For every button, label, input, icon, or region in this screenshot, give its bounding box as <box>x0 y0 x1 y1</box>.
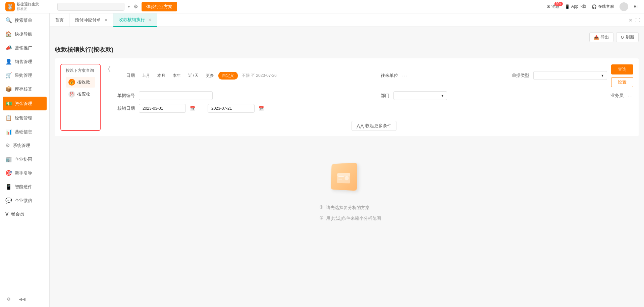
sidebar-item-system[interactable]: ⚙ 系统管理 <box>0 139 49 152</box>
settings-button[interactable]: 设置 <box>611 77 633 87</box>
query-button[interactable]: 查询 <box>611 64 633 74</box>
online-service-link[interactable]: 🎧 在线客服 <box>592 4 614 9</box>
sidebar-item-member[interactable]: V 畅会员 <box>0 207 49 221</box>
verify-date-end-input[interactable] <box>208 104 255 113</box>
verify-start-calendar-icon[interactable]: 📅 <box>190 106 195 111</box>
filter-row-3: 核销日期 📅 — 📅 <box>115 104 633 113</box>
app-download-link[interactable]: 📱 App下载 <box>565 4 586 9</box>
custom-date-btn[interactable]: 自定义 <box>218 72 238 80</box>
header-right: ✉ 消息 99+ 📱 App下载 🎧 在线客服 Rit <box>547 2 639 11</box>
header-gear-icon[interactable]: ⚙ <box>133 3 138 10</box>
action-bar: 📤 导出 ↻ 刷新 <box>55 32 639 42</box>
sidebar-item-guide[interactable]: 🎯 新手引导 <box>0 166 49 180</box>
sidebar-item-hardware[interactable]: 📱 智能硬件 <box>0 180 49 194</box>
settings-icon: ⚙ <box>7 297 11 302</box>
sidebar-bottom: ⚙ ◀◀ <box>0 291 49 307</box>
tab-prepay[interactable]: 预付冲应付单 ✕ <box>69 13 113 27</box>
last-month-btn[interactable]: 上月 <box>139 72 153 80</box>
counterpart-more-btn[interactable]: ··· <box>402 73 408 78</box>
filter-row-2: 单据编号 部门 ▾ 业务员 ··· <box>115 91 633 100</box>
refresh-button[interactable]: ↻ 刷新 <box>616 32 639 42</box>
home-icon: 🏠 <box>5 31 12 37</box>
main-layout: 🔍 搜索菜单 🏠 快捷导航 📣 营销推广 👤 销售管理 🛒 采购管理 📦 库存核… <box>0 13 644 307</box>
date-label: 日期 <box>115 72 135 79</box>
sidebar-item-sales[interactable]: 👤 销售管理 <box>0 55 49 68</box>
tab-collection[interactable]: 收款核销执行 ✕ <box>113 13 157 27</box>
collapse-more-conditions-button[interactable]: ⋀⋀ 收起更多条件 <box>352 121 396 131</box>
tab-home[interactable]: 首页 <box>50 13 69 27</box>
cart-icon: 🛒 <box>5 72 12 79</box>
sidebar-item-business[interactable]: 📋 经营管理 <box>0 111 49 125</box>
clerk-label: 业务员 <box>603 93 624 99</box>
panel-collapse-button[interactable]: 《 <box>105 64 111 131</box>
sidebar: 🔍 搜索菜单 🏠 快捷导航 📣 营销推广 👤 销售管理 🛒 采购管理 📦 库存核… <box>0 13 50 307</box>
verify-date-label: 核销日期 <box>115 105 135 111</box>
header-dropdown-icon[interactable]: ▾ <box>128 4 130 9</box>
tab-collection-close[interactable]: ✕ <box>148 13 152 27</box>
megaphone-icon: 📣 <box>5 45 12 51</box>
svg-rect-1 <box>337 173 350 176</box>
sidebar-item-marketing[interactable]: 📣 营销推广 <box>0 41 49 55</box>
chevron-left-icon: 《 <box>105 65 111 73</box>
filter-actions: 查询 设置 <box>611 64 633 87</box>
page-content: 📤 导出 ↻ 刷新 收款核销执行(按收款) 按以下方案查询 💰 按收款 <box>50 27 644 307</box>
guide-icon: 🎯 <box>5 170 12 176</box>
empty-state: ① 请先选择要分析的方案 ② 用[过滤]条件来缩小分析范围 <box>55 136 639 250</box>
message-icon: ✉ <box>547 4 550 9</box>
last-7days-btn[interactable]: 近7天 <box>185 72 202 80</box>
sidebar-item-search[interactable]: 🔍 搜索菜单 <box>0 13 49 27</box>
clipboard-icon: 📋 <box>5 115 12 121</box>
more-date-btn[interactable]: 更多 <box>203 72 217 80</box>
filter-option-by-receivable[interactable]: ⏰ 按应收 <box>66 89 95 100</box>
finance-icon: 💵 <box>5 100 12 107</box>
sidebar-collapse-btn[interactable]: ◀◀ <box>16 295 28 303</box>
filter-option-by-receipt[interactable]: 💰 按收款 <box>66 77 95 88</box>
doc-no-input[interactable] <box>139 91 213 100</box>
system-icon: ⚙ <box>5 142 10 149</box>
empty-illustration <box>330 163 364 197</box>
wechat-icon: 💬 <box>5 197 12 204</box>
chevron-up-icon: ⋀⋀ <box>357 123 364 129</box>
sidebar-item-collab[interactable]: 🏢 企业协同 <box>0 152 49 166</box>
this-year-btn[interactable]: 本年 <box>170 72 184 80</box>
tab-maximize-icon[interactable]: ⛶ <box>635 17 640 23</box>
industry-solution-button[interactable]: 体验行业方案 <box>142 2 177 11</box>
search-icon: 🔍 <box>5 17 12 23</box>
filter-section: 按以下方案查询 💰 按收款 ⏰ 按应收 《 <box>55 58 639 136</box>
app-title: 畅捷通好生意 <box>17 2 39 7</box>
refresh-icon: ↻ <box>621 35 624 40</box>
tab-close-all-icon[interactable]: ✕ <box>629 17 633 23</box>
message-area[interactable]: ✉ 消息 99+ <box>547 4 559 9</box>
content-area: 首页 预付冲应付单 ✕ 收款核销执行 ✕ ✕ ⛶ 📤 导出 <box>50 13 644 307</box>
empty-hint-2: ② 用[过滤]条件来缩小分析范围 <box>319 215 381 221</box>
doc-type-select[interactable]: ▾ <box>533 71 607 80</box>
member-icon: V <box>5 211 8 217</box>
filter-right-form: 日期 上月 本月 本年 近7天 更多 自定义 不限 至 2023-07-26 往… <box>115 64 633 131</box>
tab-prepay-close[interactable]: ✕ <box>104 13 108 27</box>
sidebar-item-basic[interactable]: 📊 基础信息 <box>0 125 49 139</box>
filter-panel-title: 按以下方案查询 <box>66 68 95 73</box>
date-range-display: 不限 至 2023-07-26 <box>242 73 277 79</box>
page-title: 收款核销执行(按收款) <box>55 46 639 54</box>
sidebar-item-purchase[interactable]: 🛒 采购管理 <box>0 68 49 82</box>
export-button[interactable]: 📤 导出 <box>589 32 613 42</box>
header-search-input[interactable] <box>57 3 124 11</box>
doc-type-dropdown-icon: ▾ <box>601 73 603 78</box>
sidebar-settings-btn[interactable]: ⚙ <box>4 295 13 303</box>
verify-end-calendar-icon[interactable]: 📅 <box>259 106 264 111</box>
verify-date-start-input[interactable] <box>139 104 186 113</box>
user-name: Rit <box>634 4 639 9</box>
tab-bar: 首页 预付冲应付单 ✕ 收款核销执行 ✕ ✕ ⛶ <box>50 13 644 27</box>
sidebar-item-inventory[interactable]: 📦 库存核算 <box>0 82 49 96</box>
sidebar-item-nav[interactable]: 🏠 快捷导航 <box>0 27 49 41</box>
dept-select[interactable]: ▾ <box>393 91 447 100</box>
dept-dropdown-icon: ▾ <box>441 93 443 98</box>
hardware-icon: 📱 <box>5 184 12 190</box>
sidebar-item-wechat[interactable]: 💬 企业微信 <box>0 194 49 207</box>
clerk-more-btn[interactable]: ··· <box>628 93 633 98</box>
collapse-icon: ◀◀ <box>19 297 25 302</box>
user-avatar[interactable] <box>620 2 628 11</box>
sidebar-item-finance[interactable]: 💵 资金管理 <box>3 97 47 110</box>
this-month-btn[interactable]: 本月 <box>154 72 168 80</box>
building-icon: 🏢 <box>5 156 12 162</box>
